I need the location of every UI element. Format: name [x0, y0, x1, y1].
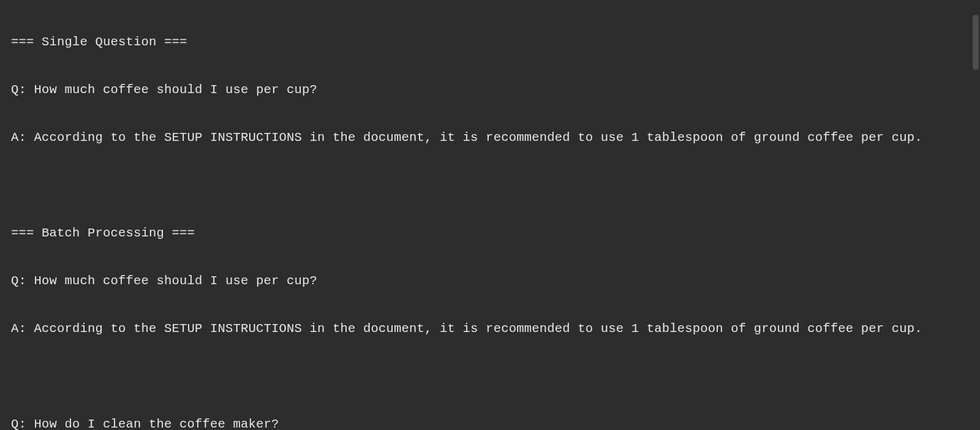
terminal-output[interactable]: === Single Question === Q: How much coff…: [0, 0, 980, 430]
output-line: === Single Question ===: [11, 34, 980, 50]
output-line: [11, 178, 980, 194]
output-line: === Batch Processing ===: [11, 225, 980, 241]
scrollbar-track[interactable]: [971, 0, 980, 430]
output-line: [11, 369, 980, 385]
output-line: A: According to the SETUP INSTRUCTIONS i…: [11, 130, 980, 146]
output-line: A: According to the SETUP INSTRUCTIONS i…: [11, 321, 980, 337]
output-line: Q: How do I clean the coffee maker?: [11, 417, 980, 430]
output-line: Q: How much coffee should I use per cup?: [11, 273, 980, 289]
output-line: Q: How much coffee should I use per cup?: [11, 82, 980, 98]
scrollbar-thumb[interactable]: [973, 15, 979, 70]
